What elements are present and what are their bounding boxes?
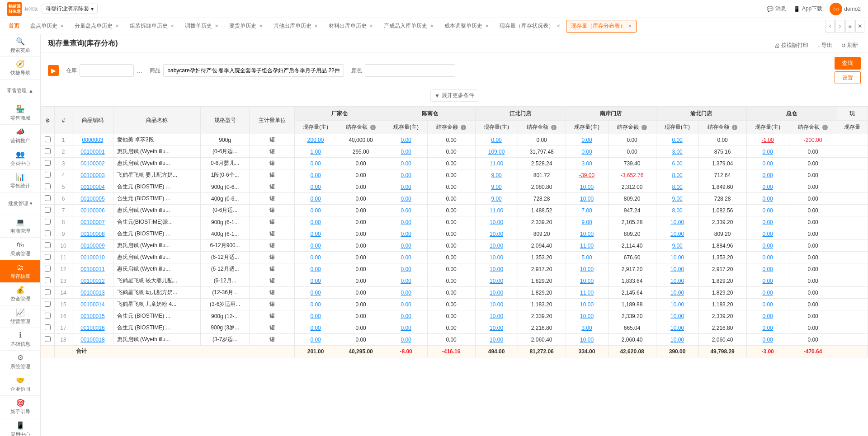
row-na-stock[interactable]: 10.00 bbox=[566, 299, 608, 310]
row-jb-stock[interactable]: 11.00 bbox=[475, 158, 518, 169]
row-checkbox[interactable] bbox=[45, 207, 51, 213]
row-na-stock[interactable]: 11.00 bbox=[566, 287, 608, 299]
sidebar-item-inventory[interactable]: 🗂 库存核算 bbox=[0, 260, 40, 283]
row-na-stock[interactable]: 10.00 bbox=[566, 263, 608, 275]
warehouse-dots[interactable]: ... bbox=[137, 66, 142, 75]
tab-requisition[interactable]: 要货单历史 ✕ bbox=[224, 20, 268, 33]
sidebar-item-sys[interactable]: ⚙ 系统管理 bbox=[0, 351, 40, 373]
row-jb-stock[interactable]: 10.00 bbox=[475, 240, 518, 252]
row-na-stock[interactable]: 7.00 bbox=[566, 205, 608, 216]
row-code[interactable]: 00100002 bbox=[72, 158, 113, 169]
row-checkbox[interactable] bbox=[45, 254, 51, 260]
row-code[interactable]: 0000003 bbox=[72, 134, 113, 146]
row-check[interactable] bbox=[41, 322, 55, 334]
row-checkbox[interactable] bbox=[45, 336, 51, 342]
app-download-btn[interactable]: 📱 App下载 bbox=[793, 5, 822, 13]
sidebar-item-finance[interactable]: 💰 资金管理 bbox=[0, 283, 40, 305]
row-yb-stock[interactable]: 10.00 bbox=[656, 299, 698, 310]
row-check[interactable] bbox=[41, 193, 55, 205]
row-check[interactable] bbox=[41, 287, 55, 299]
row-cn-stock[interactable]: 0.00 bbox=[385, 240, 427, 252]
row-yb-stock[interactable]: 10.00 bbox=[656, 322, 698, 334]
color-input[interactable] bbox=[365, 64, 455, 77]
sidebar-item-basic[interactable]: ℹ 基础信息 bbox=[0, 328, 40, 351]
row-yb-stock[interactable]: 8.00 bbox=[656, 169, 698, 181]
sidebar-item-search[interactable]: 🔍 搜索英单 bbox=[0, 34, 40, 57]
row-checkbox[interactable] bbox=[45, 324, 51, 330]
row-check[interactable] bbox=[41, 310, 55, 322]
tab-material-out[interactable]: 材料出库单历史 ✕ bbox=[324, 20, 378, 33]
tab-stock-table[interactable]: 现存量（库存状况表） ✕ bbox=[495, 20, 565, 33]
sidebar-item-nav[interactable]: 🧭 快捷导航 bbox=[0, 57, 40, 80]
row-na-stock[interactable]: 3.00 bbox=[566, 322, 608, 334]
row-check[interactable] bbox=[41, 275, 55, 287]
row-cn-stock[interactable]: 0.00 bbox=[385, 205, 427, 216]
row-f-stock[interactable]: 0.00 bbox=[294, 275, 337, 287]
row-cn-stock[interactable]: 0.00 bbox=[385, 228, 427, 240]
row-na-stock[interactable]: -39.00 bbox=[566, 169, 608, 181]
tab-next-btn[interactable]: › bbox=[835, 20, 844, 33]
row-code[interactable]: 00100003 bbox=[72, 169, 113, 181]
tab-close-icon[interactable]: ✕ bbox=[215, 23, 218, 28]
tab-close-icon[interactable]: ✕ bbox=[430, 23, 434, 28]
store-selector[interactable]: 母婴行业演示陈套 ▾ bbox=[42, 4, 98, 14]
sidebar-item-wholesale[interactable]: 批发管理 ▾ bbox=[0, 192, 40, 215]
row-checkbox[interactable] bbox=[45, 277, 51, 283]
row-tot-stock[interactable]: 0.00 bbox=[746, 275, 789, 287]
row-na-stock[interactable]: 10.00 bbox=[566, 310, 608, 322]
row-cn-stock[interactable]: 0.00 bbox=[385, 310, 427, 322]
row-na-stock[interactable]: 11.00 bbox=[566, 240, 608, 252]
row-cn-stock[interactable]: 0.00 bbox=[385, 252, 427, 263]
tab-split-count[interactable]: 分量盘点单历史 ✕ bbox=[70, 20, 124, 33]
sidebar-item-retail-mgmt[interactable]: 零售管理 ▲ bbox=[0, 80, 40, 102]
row-checkbox[interactable] bbox=[45, 172, 51, 178]
search-btn[interactable]: 查询 bbox=[835, 57, 861, 70]
row-jb-stock[interactable]: 10.00 bbox=[475, 228, 518, 240]
row-yb-stock[interactable]: 10.00 bbox=[656, 287, 698, 299]
sidebar-item-guide[interactable]: 🎯 新手引导 bbox=[0, 396, 40, 418]
cn-amt-info-icon[interactable]: i bbox=[461, 125, 466, 130]
row-jb-stock[interactable]: 11.00 bbox=[475, 205, 518, 216]
sidebar-item-app-center[interactable]: 📱 应用中心 bbox=[0, 418, 40, 436]
row-code[interactable]: 00100009 bbox=[72, 240, 113, 252]
row-tot-stock[interactable]: 0.00 bbox=[746, 158, 789, 169]
row-f-stock[interactable]: 1.00 bbox=[294, 146, 337, 158]
row-cn-stock[interactable]: 0.00 bbox=[385, 334, 427, 346]
tab-close-all-btn[interactable]: ✕ bbox=[855, 20, 864, 33]
refresh-btn[interactable]: ↺ 刷新 bbox=[839, 41, 861, 50]
row-code[interactable]: 00100007 bbox=[72, 216, 113, 228]
tab-prev-btn[interactable]: ‹ bbox=[826, 20, 835, 33]
warehouse-input[interactable] bbox=[80, 64, 134, 77]
row-checkbox[interactable] bbox=[45, 183, 51, 189]
row-check[interactable] bbox=[41, 169, 55, 181]
sidebar-item-retail-mall[interactable]: 🏪 零售商城 bbox=[0, 102, 40, 125]
row-jb-stock[interactable]: 0.00 bbox=[475, 134, 518, 146]
row-jb-stock[interactable]: 10.00 bbox=[475, 322, 518, 334]
row-tot-stock[interactable]: 0.00 bbox=[746, 181, 789, 193]
row-f-stock[interactable]: 0.00 bbox=[294, 310, 337, 322]
row-tot-stock[interactable]: 0.00 bbox=[746, 205, 789, 216]
sidebar-item-marketing[interactable]: 📣 营销推广 bbox=[0, 125, 40, 147]
sidebar-item-member[interactable]: 👥 会员中心 bbox=[0, 147, 40, 170]
row-jb-stock[interactable]: 10.00 bbox=[475, 216, 518, 228]
filter-collapse-btn[interactable]: ▶ bbox=[48, 65, 59, 76]
row-f-stock[interactable]: 0.00 bbox=[294, 181, 337, 193]
row-checkbox[interactable] bbox=[45, 136, 51, 142]
row-check[interactable] bbox=[41, 252, 55, 263]
row-jb-stock[interactable]: 109.00 bbox=[475, 146, 518, 158]
row-yb-stock[interactable]: 9.00 bbox=[656, 193, 698, 205]
row-f-stock[interactable]: 200.00 bbox=[294, 134, 337, 146]
row-cn-stock[interactable]: 0.00 bbox=[385, 193, 427, 205]
row-tot-stock[interactable]: 0.00 bbox=[746, 263, 789, 275]
row-yb-stock[interactable]: 10.00 bbox=[656, 252, 698, 263]
row-na-stock[interactable]: 10.00 bbox=[566, 181, 608, 193]
row-na-stock[interactable]: 9.00 bbox=[566, 216, 608, 228]
row-cn-stock[interactable]: 0.00 bbox=[385, 275, 427, 287]
row-cn-stock[interactable]: 0.00 bbox=[385, 181, 427, 193]
sidebar-item-purchase[interactable]: 🛍 采购管理 bbox=[0, 238, 40, 260]
row-yb-stock[interactable]: 10.00 bbox=[656, 216, 698, 228]
row-yb-stock[interactable]: 10.00 bbox=[656, 275, 698, 287]
tab-close-icon[interactable]: ✕ bbox=[557, 23, 560, 28]
row-checkbox[interactable] bbox=[45, 148, 51, 154]
row-check[interactable] bbox=[41, 216, 55, 228]
